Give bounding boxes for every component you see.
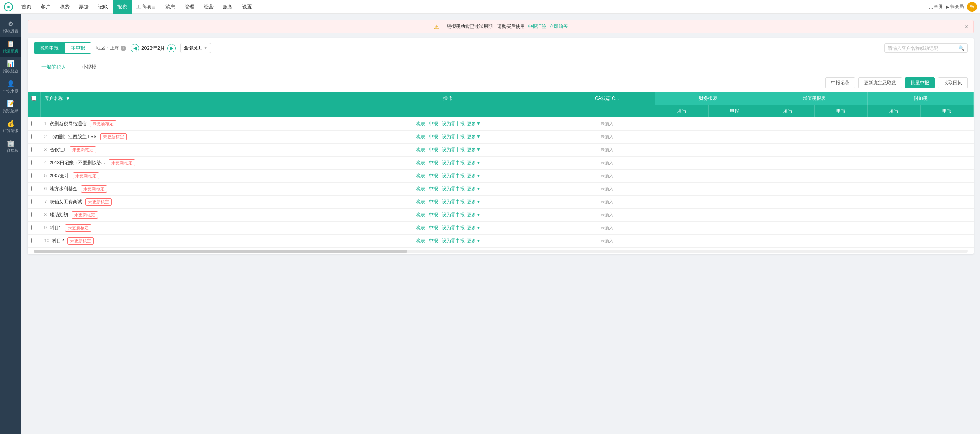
- more-link[interactable]: 更多▼: [467, 147, 481, 152]
- row-checkbox[interactable]: [31, 121, 36, 126]
- more-link[interactable]: 更多▼: [467, 121, 481, 126]
- set-zero-link[interactable]: 设为零申报: [442, 199, 465, 204]
- more-link[interactable]: 更多▼: [467, 173, 481, 178]
- nav-item-客户[interactable]: 客户: [36, 0, 55, 14]
- row-checkbox[interactable]: [31, 160, 36, 165]
- submit-link[interactable]: 申报: [429, 225, 438, 230]
- row-checkbox[interactable]: [31, 147, 36, 152]
- nav-item-记账[interactable]: 记账: [93, 0, 113, 14]
- nav-item-首页[interactable]: 首页: [17, 0, 36, 14]
- tax-form-link[interactable]: 税表: [416, 173, 425, 178]
- tab-btn-零申报[interactable]: 零申报: [65, 43, 91, 53]
- row-checkbox[interactable]: [31, 173, 36, 178]
- sidebar-item-报税记录[interactable]: 📝报税记录: [0, 96, 21, 116]
- batch-submit-button[interactable]: 批量申报: [905, 77, 935, 88]
- row-checkbox[interactable]: [31, 238, 36, 243]
- sidebar-item-个税申报[interactable]: 👤个税申报: [0, 77, 21, 96]
- tax-submit-cell: ——: [814, 144, 867, 157]
- nav-item-服务[interactable]: 服务: [218, 0, 237, 14]
- set-zero-link[interactable]: 设为零申报: [442, 121, 465, 126]
- set-zero-link[interactable]: 设为零申报: [442, 186, 465, 191]
- submit-record-button[interactable]: 申报记录: [825, 77, 855, 88]
- nav-item-管理[interactable]: 管理: [180, 0, 199, 14]
- fullscreen-button[interactable]: ⛶ 全屏: [928, 3, 943, 10]
- sub-tab-小规模[interactable]: 小规模: [74, 61, 104, 73]
- sub-tab-一般的税人[interactable]: 一般的税人: [34, 61, 74, 73]
- tax-form-link[interactable]: 税表: [416, 225, 425, 230]
- submit-link[interactable]: 申报: [429, 199, 438, 204]
- tax-form-link[interactable]: 税表: [416, 147, 425, 152]
- sidebar-item-工商年报[interactable]: 🏢工商年报: [0, 136, 21, 156]
- set-zero-link[interactable]: 设为零申报: [442, 212, 465, 217]
- submit-link[interactable]: 申报汇签: [528, 23, 546, 30]
- ca-status-cell: 未插入: [559, 131, 655, 144]
- tax-form-link[interactable]: 税表: [416, 199, 425, 204]
- set-zero-link[interactable]: 设为零申报: [442, 147, 465, 152]
- nav-item-报税[interactable]: 报税: [113, 0, 132, 14]
- sidebar-item-报税总览[interactable]: 📊报税总览: [0, 57, 21, 77]
- row-checkbox[interactable]: [31, 186, 36, 191]
- date-next-button[interactable]: ▶: [167, 44, 176, 52]
- ca-status-value: 未插入: [601, 225, 613, 230]
- sidebar-item-批量报税[interactable]: 📋批量报税: [0, 37, 21, 57]
- row-checkbox[interactable]: [31, 212, 36, 217]
- buy-link[interactable]: 立即购买: [549, 23, 568, 30]
- more-link[interactable]: 更多▼: [467, 160, 481, 165]
- nav-item-设置[interactable]: 设置: [237, 0, 256, 14]
- select-all-checkbox[interactable]: [31, 96, 36, 101]
- nav-item-工商项目[interactable]: 工商项目: [132, 0, 161, 14]
- row-checkbox[interactable]: [31, 134, 36, 139]
- set-zero-link[interactable]: 设为零申报: [442, 225, 465, 230]
- submit-link[interactable]: 申报: [429, 121, 438, 126]
- tax-form-link[interactable]: 税表: [416, 212, 425, 217]
- tax-form-link[interactable]: 税表: [416, 238, 425, 243]
- tax-form-link[interactable]: 税表: [416, 160, 425, 165]
- row-checkbox[interactable]: [31, 225, 36, 230]
- submit-link[interactable]: 申报: [429, 147, 438, 152]
- more-link[interactable]: 更多▼: [467, 199, 481, 204]
- sort-icon[interactable]: ▼: [65, 96, 70, 101]
- submit-link[interactable]: 申报: [429, 186, 438, 191]
- nav-item-经营[interactable]: 经营: [199, 0, 218, 14]
- search-input[interactable]: [888, 46, 957, 51]
- tax-form-link[interactable]: 税表: [416, 186, 425, 191]
- update-collect-button[interactable]: 更新统定及取数: [858, 77, 902, 88]
- set-zero-link[interactable]: 设为零申报: [442, 173, 465, 178]
- sidebar-item-报税设置[interactable]: ⚙报税设置: [0, 17, 21, 37]
- nav-item-票据[interactable]: 票据: [74, 0, 93, 14]
- submit-link[interactable]: 申报: [429, 173, 438, 178]
- info-icon[interactable]: i: [121, 46, 126, 51]
- tax-submit-cell: ——: [814, 222, 867, 235]
- sidebar-item-汇算清缴[interactable]: 💰汇算清缴: [0, 116, 21, 136]
- banner-close-button[interactable]: ✕: [964, 24, 969, 30]
- ca-status-cell: 未插入: [559, 144, 655, 157]
- submit-link[interactable]: 申报: [429, 212, 438, 217]
- submit-link[interactable]: 申报: [429, 238, 438, 243]
- finance-submit-cell: ——: [708, 131, 761, 144]
- client-name: 科目1: [50, 225, 62, 230]
- row-checkbox[interactable]: [31, 199, 36, 204]
- tax-form-link[interactable]: 税表: [416, 121, 425, 126]
- date-prev-button[interactable]: ◀: [131, 44, 139, 52]
- submit-link[interactable]: 申报: [429, 160, 438, 165]
- upgrade-button[interactable]: ▶ 畅会员: [946, 3, 964, 10]
- client-name-cell: 7 杨仙女工资商试 未更新核定: [41, 196, 337, 209]
- submit-link[interactable]: 申报: [429, 134, 438, 139]
- scroll-bar[interactable]: [34, 250, 968, 253]
- more-link[interactable]: 更多▼: [467, 212, 481, 217]
- retrieve-button[interactable]: 收取回执: [938, 77, 968, 88]
- nav-item-收费[interactable]: 收费: [55, 0, 74, 14]
- nav-item-消息[interactable]: 消息: [161, 0, 180, 14]
- avatar[interactable]: 畅: [967, 2, 977, 12]
- staff-selector[interactable]: 全部员工 ▼: [180, 43, 211, 53]
- tab-btn-税款申报[interactable]: 税款申报: [34, 43, 65, 53]
- search-icon[interactable]: 🔍: [958, 45, 964, 51]
- more-link[interactable]: 更多▼: [467, 134, 481, 139]
- set-zero-link[interactable]: 设为零申报: [442, 238, 465, 243]
- more-link[interactable]: 更多▼: [467, 186, 481, 191]
- set-zero-link[interactable]: 设为零申报: [442, 134, 465, 139]
- more-link[interactable]: 更多▼: [467, 225, 481, 230]
- more-link[interactable]: 更多▼: [467, 238, 481, 243]
- tax-form-link[interactable]: 税表: [416, 134, 425, 139]
- set-zero-link[interactable]: 设为零申报: [442, 160, 465, 165]
